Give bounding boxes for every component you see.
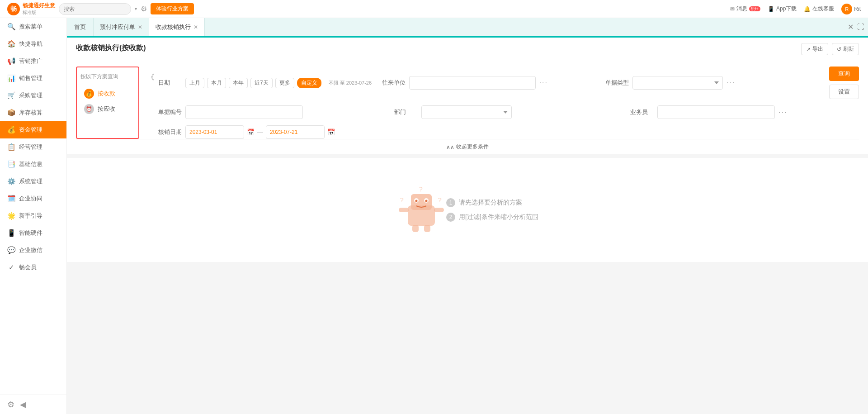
tab-receivable[interactable]: 收款核销执行 ✕: [149, 18, 205, 36]
dept-field: 部门: [394, 105, 623, 119]
service-icon: 🔔: [804, 6, 811, 12]
basic-info-icon: 📑: [7, 160, 15, 168]
sidebar-item-system[interactable]: ⚙️ 系统管理: [0, 173, 66, 190]
top-bar-left: 畅 畅捷通好生意 标准版 ▾ ⚙ 体验行业方案: [7, 2, 194, 16]
doc-num-input[interactable]: [185, 105, 303, 119]
counterpart-input[interactable]: [409, 76, 536, 90]
search-input[interactable]: [59, 3, 131, 15]
sidebar-label-wechat: 企业微信: [19, 246, 42, 254]
sidebar-settings-icon[interactable]: ⚙: [7, 400, 14, 409]
salesman-more-icon[interactable]: ···: [778, 108, 787, 116]
sidebar-item-search-menu[interactable]: 🔍 搜索菜单: [0, 18, 66, 35]
marketing-icon: 📢: [7, 57, 15, 65]
salesman-input[interactable]: [657, 105, 775, 119]
query-button[interactable]: 查询: [829, 67, 859, 81]
writeoff-end-calendar-icon[interactable]: 📅: [327, 128, 335, 136]
quick-date-custom[interactable]: 自定义: [297, 78, 321, 88]
sidebar-item-enterprise[interactable]: 🗓️ 企业协同: [0, 190, 66, 207]
empty-num-1: 1: [446, 198, 455, 207]
writeoff-end-input[interactable]: [266, 125, 325, 139]
counterpart-label: 往来单位: [382, 79, 406, 87]
empty-tip-2: 2 用[过滤]条件来缩小分析范围: [446, 213, 538, 222]
doc-num-label: 单据编号: [158, 108, 182, 116]
sidebar-label-hardware: 智能硬件: [19, 229, 42, 237]
content-area: 首页 预付冲应付单 ✕ 收款核销执行 ✕ ✕ ⛶ 收款核销执行(按收款): [67, 18, 868, 414]
top-bar: 畅 畅捷通好生意 标准版 ▾ ⚙ 体验行业方案 ✉ 消息 99+ 📱 App下载…: [0, 0, 868, 18]
tab-prepay[interactable]: 预付冲应付单 ✕: [94, 18, 149, 36]
brand: 畅 畅捷通好生意 标准版: [7, 2, 55, 16]
doc-type-select[interactable]: [632, 76, 723, 90]
sidebar-item-inventory[interactable]: 📦 库存核算: [0, 104, 66, 121]
online-service-item[interactable]: 🔔 在线客服: [804, 5, 834, 13]
filter-panel-collapse-icon[interactable]: 《: [146, 72, 155, 83]
svg-text:?: ?: [400, 196, 404, 204]
page-header: 收款核销执行(按收款) ↗ 导出 ↺ 刷新: [67, 38, 868, 59]
collapse-bar[interactable]: ∧∧ 收起更多条件: [76, 139, 859, 154]
sidebar-item-operations[interactable]: 📋 经营管理: [0, 138, 66, 156]
filter-inner: 按以下方案查询 💰 按收款 ⏰ 按应收 《: [76, 67, 859, 139]
quick-date-this-year[interactable]: 本年: [229, 78, 248, 88]
doc-type-more-icon[interactable]: ···: [726, 79, 735, 87]
inventory-icon: 📦: [7, 109, 15, 117]
sidebar-label-purchase: 采购管理: [19, 91, 42, 100]
sidebar-item-finance[interactable]: 💰 资金管理: [0, 121, 66, 138]
counterpart-more-icon[interactable]: ···: [539, 79, 548, 87]
sidebar-item-hardware[interactable]: 📱 智能硬件: [0, 224, 66, 242]
quick-date-this-month[interactable]: 本月: [207, 78, 226, 88]
sidebar-item-basic-info[interactable]: 📑 基础信息: [0, 156, 66, 173]
writeoff-start-input[interactable]: [185, 125, 244, 139]
settings-button[interactable]: 设置: [829, 85, 859, 99]
app-download-label: App下载: [776, 5, 797, 13]
user-avatar: R: [841, 4, 852, 14]
tab-prepay-close-icon[interactable]: ✕: [138, 24, 142, 30]
collapse-label: 收起更多条件: [456, 143, 489, 151]
brand-icon: 畅: [7, 3, 20, 15]
sidebar-item-guide[interactable]: 🌟 新手引导: [0, 207, 66, 224]
date-field: 日期 上月 本月 本年 近7天 更多 自定义: [158, 78, 375, 88]
tab-home[interactable]: 首页: [67, 18, 94, 36]
receivable-option-label: 按应收: [98, 105, 115, 113]
salesman-label: 业务员: [630, 108, 654, 116]
user-item[interactable]: R Rit: [841, 4, 861, 14]
quick-date-7days[interactable]: 近7天: [250, 78, 273, 88]
quick-date-more[interactable]: 更多: [275, 78, 294, 88]
filter-option-by-receivable[interactable]: ⏰ 按应收: [80, 101, 135, 117]
sidebar-collapse-icon[interactable]: ◀: [20, 400, 26, 409]
sidebar-item-marketing[interactable]: 📢 营销推广: [0, 52, 66, 70]
sidebar-item-purchase[interactable]: 🛒 采购管理: [0, 87, 66, 104]
refresh-button[interactable]: ↺ 刷新: [832, 43, 859, 55]
empty-illustration: ? ? ?: [396, 185, 446, 235]
brand-sub: 标准版: [23, 10, 55, 16]
guide-icon: 🌟: [7, 212, 15, 220]
date-range-info: 不限 至 2023-07-26: [329, 80, 372, 86]
sidebar-label-basic-info: 基础信息: [19, 160, 42, 168]
tab-expand-icon[interactable]: ⛶: [857, 23, 864, 31]
svg-rect-7: [434, 208, 444, 212]
tab-bar: 首页 预付冲应付单 ✕ 收款核销执行 ✕ ✕ ⛶: [67, 18, 868, 36]
sidebar-label-quick-nav: 快捷导航: [19, 40, 42, 48]
writeoff-start-calendar-icon[interactable]: 📅: [247, 128, 255, 136]
app-download-item[interactable]: 📱 App下载: [768, 5, 797, 13]
solution-button[interactable]: 体验行业方案: [151, 3, 194, 14]
receivable-option-icon: ⏰: [84, 104, 94, 114]
export-button[interactable]: ↗ 导出: [801, 43, 828, 55]
quick-date-last-month[interactable]: 上月: [185, 78, 204, 88]
sidebar-item-member[interactable]: ✓ 畅会员: [0, 259, 66, 276]
dept-select[interactable]: [421, 105, 512, 119]
system-icon: ⚙️: [7, 177, 15, 186]
filter-actions: 查询 设置: [829, 67, 859, 99]
tab-close-all-icon[interactable]: ✕: [848, 23, 854, 31]
writeoff-date-range: 📅 — 📅: [185, 125, 335, 139]
tab-receivable-close-icon[interactable]: ✕: [193, 24, 198, 30]
finance-icon: 💰: [7, 126, 15, 134]
sidebar-item-wechat[interactable]: 💬 企业微信: [0, 242, 66, 259]
sidebar-item-sales[interactable]: 📊 销售管理: [0, 70, 66, 87]
sidebar-item-quick-nav[interactable]: 🏠 快捷导航: [0, 35, 66, 52]
quick-nav-icon: 🏠: [7, 40, 15, 48]
sidebar-label-system: 系统管理: [19, 177, 42, 186]
settings-icon[interactable]: ⚙: [141, 5, 147, 13]
refresh-icon: ↺: [837, 46, 841, 52]
messages-label: 消息: [736, 5, 747, 13]
messages-item[interactable]: ✉ 消息 99+: [730, 5, 760, 13]
filter-option-by-receipt[interactable]: 💰 按收款: [80, 86, 135, 101]
